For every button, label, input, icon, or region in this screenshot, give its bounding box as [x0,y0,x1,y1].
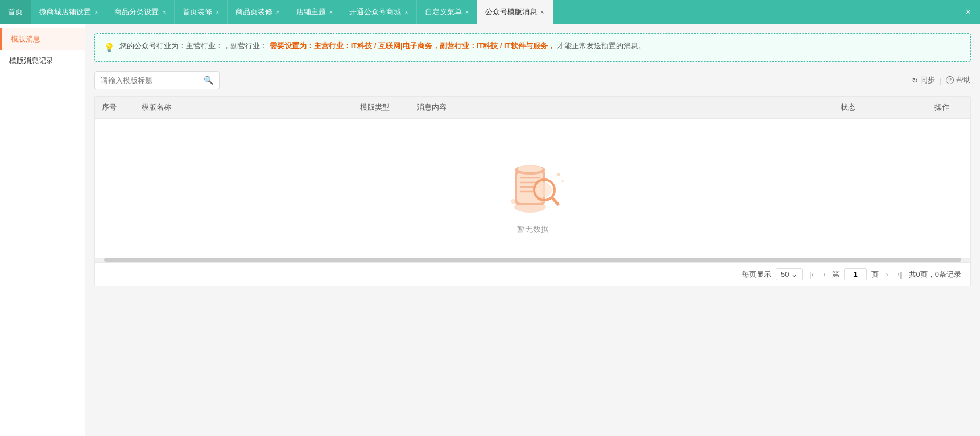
prev-page-button[interactable]: ‹ [821,269,828,280]
svg-point-14 [511,199,515,204]
tab-homepage-label: 首页装修 [183,7,212,17]
tab-category[interactable]: 商品分类设置 × [106,0,174,24]
toolbar-right: ↻ 同步 | ? 帮助 [912,75,971,85]
page-size-value: 50 [781,270,789,279]
tab-templatemsg-label: 公众号模版消息 [485,7,537,17]
tab-mall-label: 开通公众号商城 [349,7,401,17]
notice-box: 💡 您的公众号行业为：主营行业：，副营行业： 需要设置为：主营行业：IT科技 /… [94,33,971,62]
help-icon: ? [946,76,954,84]
table-container: 序号 模版名称 模版类型 消息内容 状态 操作 [94,96,971,286]
tab-weshop-label: 微商城店铺设置 [39,7,91,17]
sync-button[interactable]: ↻ 同步 [912,75,935,85]
close-all-button[interactable]: × [957,7,980,17]
main-layout: 模版消息 模版消息记录 💡 您的公众号行业为：主营行业：，副营行业： 需要设置为… [0,24,980,436]
sidebar: 模版消息 模版消息记录 [0,24,85,436]
notice-icon: 💡 [104,41,115,55]
search-box: 🔍 [94,71,220,89]
notice-highlight: 需要设置为：主营行业：IT科技 / 互联网|电子商务，副营行业：IT科技 / I… [270,41,555,50]
tab-product-label: 商品页装修 [235,7,272,17]
di-label: 第 [832,269,840,280]
tab-custommenu-close[interactable]: × [465,9,469,15]
last-page-button[interactable]: ›| [895,269,904,280]
svg-point-13 [561,180,564,182]
th-action: 操作 [913,97,970,118]
next-page-button[interactable]: › [883,269,890,280]
page-size-select[interactable]: 50 ⌄ [776,268,803,280]
page-size-label: 每页显示 [742,269,771,280]
tab-homepage[interactable]: 首页装修 × [175,0,228,24]
svg-line-11 [552,197,558,204]
sidebar-item-templatelog-label: 模版消息记录 [9,56,53,65]
tab-product-close[interactable]: × [276,9,279,15]
tab-custommenu[interactable]: 自定义菜单 × [417,0,477,24]
th-content: 消息内容 [410,97,834,118]
tab-templatemsg[interactable]: 公众号模版消息 × [477,0,552,24]
sync-icon: ↻ [912,76,918,85]
tab-category-close[interactable]: × [162,9,166,15]
tab-weshop[interactable]: 微商城店铺设置 × [31,0,106,24]
empty-illustration [499,153,567,215]
th-seq: 序号 [95,97,135,118]
page-number-input[interactable] [844,268,867,280]
svg-point-10 [537,182,552,197]
toolbar: 🔍 ↻ 同步 | ? 帮助 [94,71,971,89]
table-header: 序号 模版名称 模版类型 消息内容 状态 操作 [95,97,970,119]
tab-mall[interactable]: 开通公众号商城 × [341,0,416,24]
tab-category-label: 商品分类设置 [114,7,159,17]
notice-text: 您的公众号行业为：主营行业：，副营行业： 需要设置为：主营行业：IT科技 / 互… [119,40,646,52]
tab-templatemsg-close[interactable]: × [540,9,544,15]
tab-theme-close[interactable]: × [329,9,333,15]
content-area: 💡 您的公众号行业为：主营行业：，副营行业： 需要设置为：主营行业：IT科技 /… [85,24,980,436]
top-nav: 首页 微商城店铺设置 × 商品分类设置 × 首页装修 × 商品页装修 × 店铺主… [0,0,980,24]
th-status: 状态 [834,97,913,118]
tab-theme-label: 店铺主题 [296,7,326,17]
pagination: 每页显示 50 ⌄ |‹ ‹ 第 页 › ›| 共0页，0条记录 [95,262,970,286]
help-button[interactable]: ? 帮助 [946,75,971,85]
total-info: 共0页，0条记录 [909,269,961,280]
tab-custommenu-label: 自定义菜单 [425,7,462,17]
tab-weshop-close[interactable]: × [94,9,98,15]
sidebar-item-template-label: 模版消息 [11,35,40,43]
tab-mall-close[interactable]: × [404,9,408,15]
toolbar-divider: | [940,76,941,85]
sidebar-item-template[interactable]: 模版消息 [0,28,85,50]
tab-home-label: 首页 [8,7,23,17]
scrollbar-thumb[interactable] [104,258,961,262]
empty-text: 暂无数据 [517,225,549,235]
sidebar-item-templatelog[interactable]: 模版消息记录 [0,50,85,72]
page-unit: 页 [871,269,879,280]
tab-theme[interactable]: 店铺主题 × [288,0,341,24]
svg-point-12 [557,173,560,176]
tab-product[interactable]: 商品页装修 × [228,0,288,24]
tab-home[interactable]: 首页 [0,0,31,24]
th-name: 模版名称 [135,97,353,118]
svg-point-8 [518,165,543,172]
help-label: 帮助 [956,75,971,85]
chevron-down-icon: ⌄ [791,270,797,279]
empty-state: 暂无数据 [95,119,970,258]
notice-prefix: 您的公众号行业为：主营行业：，副营行业： [119,41,267,50]
horizontal-scrollbar[interactable] [95,258,970,262]
search-icon[interactable]: 🔍 [204,76,213,85]
notice-suffix: 才能正常发送预置的消息。 [557,41,646,50]
first-page-button[interactable]: |‹ [807,269,816,280]
tab-homepage-close[interactable]: × [216,9,219,15]
search-input[interactable] [101,76,204,85]
sync-label: 同步 [920,75,935,85]
th-type: 模版类型 [353,97,410,118]
